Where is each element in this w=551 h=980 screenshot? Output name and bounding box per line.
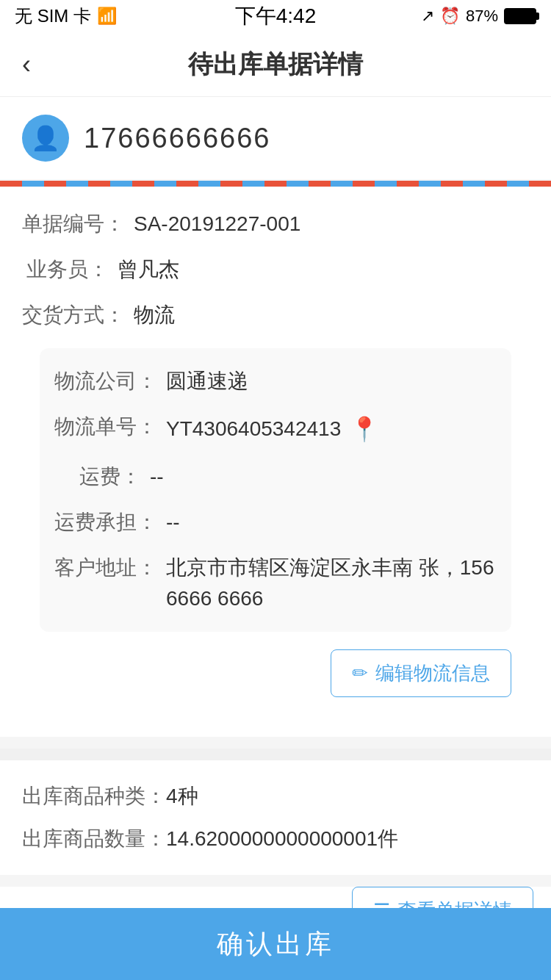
edit-btn-row: ✏ 编辑物流信息 bbox=[22, 632, 529, 715]
delivery-method-label: 交货方式： bbox=[22, 300, 134, 331]
order-info-section: 单据编号： SA-20191227-001 业务员： 曾凡杰 交货方式： 物流 … bbox=[0, 187, 551, 737]
back-button[interactable]: ‹ bbox=[22, 49, 31, 80]
confirm-btn-label: 确认出库 bbox=[217, 926, 334, 962]
avatar: 👤 bbox=[22, 115, 69, 162]
address-value: 北京市市辖区海淀区永丰南 张，156 6666 6666 bbox=[166, 552, 497, 614]
edit-icon: ✏ bbox=[352, 662, 368, 685]
location-status-icon: ↗ bbox=[421, 7, 434, 26]
goods-quantity-value: 14.62000000000000​01件 bbox=[166, 825, 398, 853]
logistics-card: 物流公司： 圆通速递 物流单号： YT43064053424​13 📍 运费： … bbox=[40, 348, 511, 632]
battery-icon bbox=[504, 8, 536, 24]
salesman-value: 曾凡杰 bbox=[118, 254, 529, 285]
nav-bar: ‹ 待出库单据详情 bbox=[0, 32, 551, 97]
freight-bear-row: 运费承担： -- bbox=[54, 507, 497, 538]
logistics-company-row: 物流公司： 圆通速递 bbox=[54, 366, 497, 397]
goods-type-value: 4种 bbox=[166, 782, 198, 810]
status-time: 下午4:42 bbox=[235, 2, 317, 30]
page-title: 待出库单据详情 bbox=[188, 48, 363, 82]
freight-label: 运费： bbox=[54, 461, 150, 492]
freight-bear-label: 运费承担： bbox=[54, 507, 166, 538]
delivery-method-row: 交货方式： 物流 bbox=[22, 300, 529, 331]
freight-value: -- bbox=[150, 461, 497, 492]
status-left: 无 SIM 卡 📶 bbox=[15, 4, 117, 28]
alarm-icon: ⏰ bbox=[440, 7, 460, 26]
edit-btn-label: 编辑物流信息 bbox=[375, 660, 490, 686]
freight-row: 运费： -- bbox=[54, 461, 497, 492]
customer-phone: 17666666666 bbox=[84, 123, 270, 154]
goods-type-label: 出库商品种类： bbox=[22, 782, 166, 810]
goods-quantity-label: 出库商品数量： bbox=[22, 825, 166, 853]
logistics-tracking-row: 物流单号： YT43064053424​13 📍 bbox=[54, 411, 497, 447]
salesman-row: 业务员： 曾凡杰 bbox=[22, 254, 529, 285]
tracking-location-icon[interactable]: 📍 bbox=[350, 411, 379, 447]
logistics-company-value: 圆通速递 bbox=[166, 366, 497, 397]
logistics-tracking-value: YT43064053424​13 📍 bbox=[166, 411, 497, 447]
order-no-row: 单据编号： SA-20191227-001 bbox=[22, 209, 529, 239]
avatar-icon: 👤 bbox=[31, 124, 60, 152]
order-no-value: SA-20191227-001 bbox=[134, 209, 529, 239]
freight-bear-value: -- bbox=[166, 507, 497, 538]
logistics-tracking-label: 物流单号： bbox=[54, 411, 166, 442]
edit-logistics-button[interactable]: ✏ 编辑物流信息 bbox=[331, 649, 511, 697]
battery-percent: 87% bbox=[466, 7, 498, 26]
dashed-separator bbox=[0, 181, 551, 187]
salesman-label: 业务员： bbox=[22, 254, 118, 285]
wifi-icon: 📶 bbox=[97, 7, 117, 26]
logistics-company-label: 物流公司： bbox=[54, 366, 166, 397]
order-no-label: 单据编号： bbox=[22, 209, 134, 239]
delivery-method-value: 物流 bbox=[134, 300, 529, 331]
customer-header: 👤 17666666666 bbox=[0, 97, 551, 179]
confirm-button[interactable]: 确认出库 bbox=[0, 908, 551, 980]
section-divider bbox=[0, 749, 551, 760]
status-bar: 无 SIM 卡 📶 下午4:42 ↗ ⏰ 87% bbox=[0, 0, 551, 32]
goods-type-row: 出库商品种类： 4种 bbox=[22, 782, 529, 810]
address-label: 客户地址： bbox=[54, 552, 166, 583]
address-row: 客户地址： 北京市市辖区海淀区永丰南 张，156 6666 6666 bbox=[54, 552, 497, 614]
carrier-label: 无 SIM 卡 bbox=[15, 4, 91, 28]
goods-quantity-row: 出库商品数量： 14.62000000000000​01件 bbox=[22, 825, 529, 853]
goods-section: 出库商品种类： 4种 出库商品数量： 14.62000000000000​01件 bbox=[0, 760, 551, 875]
status-right: ↗ ⏰ 87% bbox=[421, 7, 536, 26]
